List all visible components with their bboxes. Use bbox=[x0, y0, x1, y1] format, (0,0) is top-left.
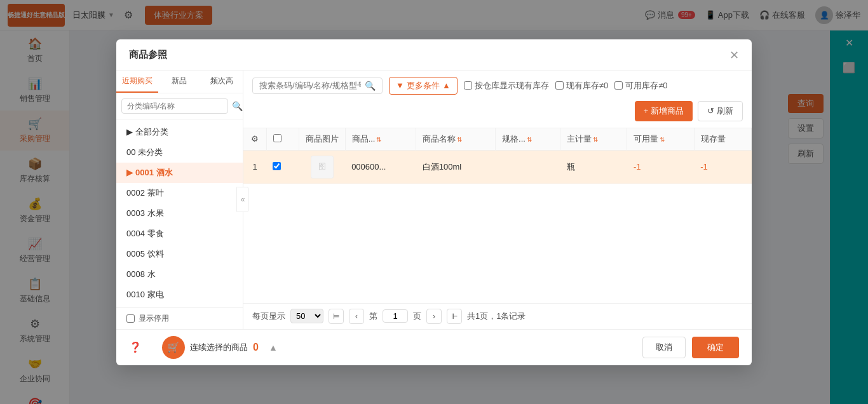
modal-footer: ❓ 🛒 连续选择的商品 0 ▲ 取消 确定 bbox=[116, 329, 752, 365]
row-checkbox[interactable] bbox=[273, 162, 281, 170]
category-label: 0003 水果 bbox=[126, 208, 164, 219]
th-name[interactable]: 商品名称⇅ bbox=[416, 128, 496, 151]
page-label: 第 bbox=[369, 311, 377, 322]
page-next-button[interactable]: › bbox=[426, 309, 442, 324]
category-item-liquor[interactable]: ▶ 0001 酒水 bbox=[116, 163, 243, 183]
product-search-icon[interactable]: 🔍 bbox=[365, 81, 376, 91]
category-item-fruit[interactable]: 0003 水果 bbox=[116, 203, 243, 224]
select-all-checkbox[interactable] bbox=[273, 134, 281, 142]
content-panel: 🔍 ▼ 更多条件 ▲ 按仓库显示现有库存 现有库存≠0 bbox=[243, 71, 752, 329]
product-table-container: ⚙ 商品图片 商品...⇅ 商品名称⇅ bbox=[243, 128, 752, 303]
modal-close-button[interactable]: ✕ bbox=[729, 48, 739, 62]
page-size-select[interactable]: 50 20 100 bbox=[290, 309, 323, 323]
content-toolbar: 🔍 ▼ 更多条件 ▲ 按仓库显示现有库存 现有库存≠0 bbox=[243, 71, 752, 128]
category-item-all[interactable]: ▶ 全部分类 bbox=[116, 122, 243, 142]
category-label: 00 未分类 bbox=[126, 147, 163, 158]
show-disabled-area: 显示停用 bbox=[116, 307, 243, 329]
product-reference-modal: 商品参照 ✕ 近期购买 新品 频次高 « 🔍 bbox=[116, 39, 752, 365]
category-search-input[interactable] bbox=[121, 98, 228, 114]
checkbox-current-stock[interactable]: 现有库存≠0 bbox=[555, 80, 608, 91]
th-spec[interactable]: 规格...⇅ bbox=[496, 128, 560, 151]
category-label: 0010 家电 bbox=[126, 289, 164, 300]
show-disabled-label: 显示停用 bbox=[139, 313, 169, 324]
category-search-area: 🔍 bbox=[116, 93, 243, 119]
th-settings[interactable]: ⚙ bbox=[243, 128, 266, 151]
category-item-tea[interactable]: 0002 茶叶 bbox=[116, 183, 243, 203]
confirm-button[interactable]: 确定 bbox=[692, 337, 739, 358]
tab-new-products[interactable]: 新品 bbox=[158, 71, 200, 93]
category-item-beverage[interactable]: 0005 饮料 bbox=[116, 244, 243, 264]
row-spec bbox=[496, 150, 560, 184]
footer-buttons: 取消 确定 bbox=[642, 337, 739, 358]
th-image: 商品图片 bbox=[299, 128, 345, 151]
tab-recent-purchase[interactable]: 近期购买 bbox=[116, 71, 158, 93]
category-item-uncategorized[interactable]: 00 未分类 bbox=[116, 142, 243, 163]
total-info: 共1页，1条记录 bbox=[467, 311, 526, 322]
show-disabled-checkbox[interactable] bbox=[126, 314, 135, 323]
product-search-input[interactable] bbox=[259, 81, 361, 90]
modal-title: 商品参照 bbox=[129, 49, 167, 61]
category-label: 0005 饮料 bbox=[126, 248, 164, 260]
modal-header: 商品参照 ✕ bbox=[116, 39, 752, 71]
cart-text: 连续选择的商品 bbox=[190, 342, 248, 353]
th-checkbox bbox=[266, 128, 299, 151]
cart-icon: 🛒 bbox=[167, 341, 180, 353]
row-name: 白酒100ml bbox=[416, 150, 496, 184]
page-suffix: 页 bbox=[413, 311, 421, 322]
checkbox-warehouse-stock[interactable]: 按仓库显示现有库存 bbox=[464, 80, 549, 91]
checkbox-available-stock[interactable]: 可用库存≠0 bbox=[614, 80, 667, 91]
table-row[interactable]: 1 图 000600... 白酒100ml 瓶 -1 -1 bbox=[243, 150, 752, 184]
pagination-bar: 每页显示 50 20 100 ⊨ ‹ 第 页 › ⊩ 共1页，1条记录 bbox=[243, 303, 752, 329]
row-image-cell: 图 bbox=[299, 150, 345, 184]
collapse-category-button[interactable]: « bbox=[236, 187, 249, 212]
page-prev-button[interactable]: ‹ bbox=[349, 309, 364, 324]
category-item-snack[interactable]: 0004 零食 bbox=[116, 224, 243, 244]
table-header-row: ⚙ 商品图片 商品...⇅ 商品名称⇅ bbox=[243, 128, 752, 151]
th-stock: 现存量 bbox=[694, 128, 751, 151]
cart-button[interactable]: 🛒 bbox=[162, 336, 185, 359]
cart-area: 🛒 连续选择的商品 0 ▲ bbox=[162, 336, 278, 359]
warehouse-stock-checkbox[interactable] bbox=[464, 81, 472, 90]
category-list: ▶ 全部分类 00 未分类 ▶ 0001 酒水 0002 茶叶 0003 水果 bbox=[116, 119, 243, 307]
category-panel: 近期购买 新品 频次高 « 🔍 ▶ 全部分类 bbox=[116, 71, 243, 329]
row-stock: -1 bbox=[694, 150, 751, 184]
th-available[interactable]: 可用量⇅ bbox=[627, 128, 694, 151]
th-unit[interactable]: 主计量⇅ bbox=[560, 128, 627, 151]
page-size-label: 每页显示 bbox=[252, 311, 285, 322]
arrow-icon: ▶ bbox=[126, 127, 133, 137]
category-search-icon[interactable]: 🔍 bbox=[232, 101, 243, 111]
refresh-label: 刷新 bbox=[717, 105, 733, 117]
help-icon[interactable]: ❓ bbox=[129, 341, 142, 353]
row-unit: 瓶 bbox=[560, 150, 627, 184]
refresh-icon: ↺ bbox=[707, 106, 714, 116]
page-first-button[interactable]: ⊨ bbox=[329, 309, 344, 324]
checkbox2-label: 现有库存≠0 bbox=[566, 80, 608, 91]
refresh-button[interactable]: ↺ 刷新 bbox=[698, 101, 743, 121]
collapse-cart-icon[interactable]: ▲ bbox=[269, 342, 278, 353]
cart-count: 0 bbox=[253, 342, 259, 353]
product-image: 图 bbox=[311, 156, 334, 178]
page-last-button[interactable]: ⊩ bbox=[447, 309, 462, 324]
category-label: 0004 零食 bbox=[126, 228, 164, 239]
modal-body: 近期购买 新品 频次高 « 🔍 ▶ 全部分类 bbox=[116, 71, 752, 329]
page-number-input[interactable] bbox=[383, 309, 408, 323]
category-label: 0008 水 bbox=[126, 269, 156, 280]
category-item-appliance[interactable]: 0010 家电 bbox=[116, 285, 243, 305]
category-item-water[interactable]: 0008 水 bbox=[116, 264, 243, 285]
row-index: 1 bbox=[243, 150, 266, 184]
category-label: 全部分类 bbox=[135, 126, 168, 138]
category-tabs: 近期购买 新品 频次高 bbox=[116, 71, 243, 93]
arrow-icon: ▶ bbox=[126, 168, 133, 177]
th-code[interactable]: 商品...⇅ bbox=[345, 128, 416, 151]
cancel-button[interactable]: 取消 bbox=[642, 337, 686, 358]
row-checkbox-cell bbox=[266, 150, 299, 184]
add-product-button[interactable]: + 新增商品 bbox=[635, 101, 693, 121]
filter-icon: ▼ bbox=[396, 81, 404, 90]
current-stock-checkbox[interactable] bbox=[555, 81, 564, 90]
more-filter-button[interactable]: ▼ 更多条件 ▲ bbox=[389, 77, 458, 95]
product-search-box: 🔍 bbox=[252, 77, 383, 94]
category-label: 0001 酒水 bbox=[135, 167, 173, 178]
tab-frequency-high[interactable]: 频次高 bbox=[201, 71, 243, 93]
filter-arrow-icon: ▲ bbox=[442, 81, 451, 90]
available-stock-checkbox[interactable] bbox=[614, 81, 623, 90]
